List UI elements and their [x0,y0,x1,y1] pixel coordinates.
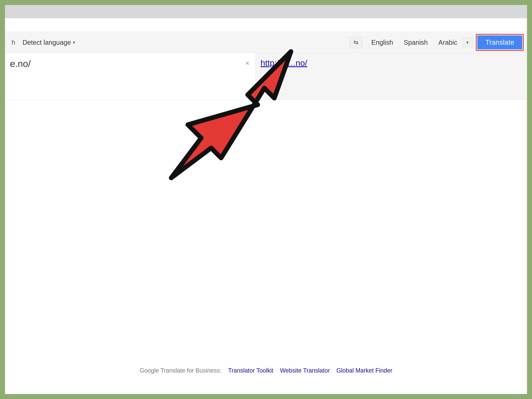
translator-toolkit-link[interactable]: Translator Toolkit [228,367,273,374]
toolbar: h Detect language ▾ ⇆ English Spanish Ar… [5,32,527,53]
translator-toolkit-label: Translator Toolkit [228,367,273,374]
clear-input-button[interactable]: × [244,58,250,68]
arabic-lang-button[interactable]: Arabic [433,36,462,49]
swap-icon: ⇆ [354,39,358,46]
input-area: e.no/ × [5,53,255,100]
spanish-lang-button[interactable]: Spanish [399,36,433,49]
swap-languages-button[interactable]: ⇆ [349,37,363,48]
translate-button[interactable]: Translate [477,35,522,49]
inner-content: h Detect language ▾ ⇆ English Spanish Ar… [5,18,527,394]
outer-border: h Detect language ▾ ⇆ English Spanish Ar… [5,5,527,394]
footer: Google Translate for Business: Translato… [5,367,527,374]
global-market-finder-link[interactable]: Global Market Finder [336,367,392,374]
website-translator-label: Website Translator [280,367,330,374]
english-lang-button[interactable]: English [366,36,398,49]
top-bar [5,5,527,18]
toolbar-right: English Spanish Arabic ▾ Translate [366,34,524,51]
output-link[interactable]: http://w…no/ [260,58,307,68]
input-text: e.no/ [10,58,241,69]
website-translator-link[interactable]: Website Translator [280,367,330,374]
translate-button-wrapper: Translate [476,34,524,51]
more-languages-arrow-icon: ▾ [466,40,469,45]
toolbar-left: h Detect language ▾ [8,36,79,49]
detect-language-button[interactable]: Detect language ▾ [19,36,79,49]
detect-language-label: Detect language [22,39,71,46]
more-languages-button[interactable]: ▾ [462,38,473,47]
output-area: http://w…no/ [255,53,527,100]
lang-prefix: h [8,39,19,46]
output-link-text: http://w…no/ [260,58,307,68]
detect-dropdown-arrow-icon: ▾ [73,40,75,45]
global-market-finder-label: Global Market Finder [336,367,392,374]
footer-business-label: Google Translate for Business: [140,367,222,374]
